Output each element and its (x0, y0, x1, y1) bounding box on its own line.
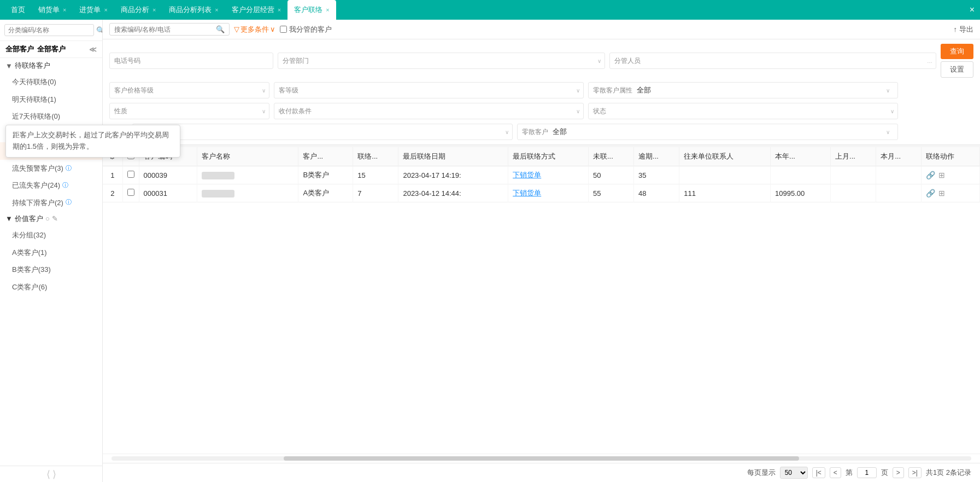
row1-name-blurred (202, 172, 234, 179)
sidebar-item-c-class[interactable]: C类客户(6) (0, 278, 102, 296)
last-page-button[interactable]: >| (908, 467, 922, 478)
manager-filter-cell[interactable]: 分管人员 … (609, 53, 937, 69)
pagination-bar: 每页显示 50 100 200 |< < 第 页 > >| 共1页 2条记录 (103, 463, 980, 482)
table-container: ⚙ 客户编码 客户名称 客户... (103, 147, 980, 454)
manager-chevron-icon: … (927, 58, 932, 64)
nav-item-sales[interactable]: 销货单 × (32, 0, 73, 20)
retail-customer-filter-cell[interactable]: 零散客户 全部 ∨ (517, 124, 898, 140)
row2-link-icon[interactable]: 🔗 (926, 189, 935, 198)
filter-row-1: 电话号码 分管部门 ∨ 分管人员 … 查询 设置 (109, 44, 973, 78)
nav-item-home[interactable]: 首页 (4, 0, 32, 20)
nav-item-customer-contact[interactable]: 客户联络 × (287, 0, 336, 20)
value-customers-edit-icon[interactable]: ○ (45, 214, 50, 223)
customer-type-filter-cell[interactable]: 客户类型 ∨ (132, 124, 513, 140)
retail-attr-filter-cell[interactable]: 零散客户属性 全部 ∨ (588, 82, 898, 98)
value-customers-settings-icon[interactable]: ✎ (52, 214, 58, 223)
total-records-label: 共1页 2条记录 (926, 468, 971, 478)
row1-check[interactable] (127, 171, 134, 178)
page-label: 第 (846, 468, 853, 478)
status-filter-cell[interactable]: 状态 ∨ (588, 103, 898, 119)
next-page-button[interactable]: > (893, 467, 904, 478)
row1-last-month (831, 166, 876, 184)
close-analysis-icon[interactable]: × (152, 0, 156, 20)
col-this-month: 本月... (876, 147, 922, 166)
customer-level-label: 客等级 (279, 86, 298, 95)
sidebar-item-tomorrow[interactable]: 明天待联络(1) (0, 91, 102, 108)
close-analysis-list-icon[interactable]: × (215, 0, 218, 20)
row1-checkbox[interactable] (122, 166, 139, 184)
sidebar-item-b-class[interactable]: B类客户(33) (0, 261, 102, 278)
close-all-tabs-button[interactable]: × (970, 5, 975, 15)
sidebar-item-today[interactable]: 今天待联络(0) (0, 73, 102, 91)
sidebar-item-7days[interactable]: 近7天待联络(0) (0, 108, 102, 125)
sidebar-item-unclassified[interactable]: 未分组(32) (0, 227, 102, 244)
phone-label: 电话号码 (114, 56, 140, 66)
sidebar-waiting-group[interactable]: ▼ 待联络客户 (0, 58, 102, 73)
col-actions: 联络动作 (922, 147, 980, 166)
main-layout: 🔍 全部客户 全部客户 ≪ ▼ 待联络客户 今天待联络(0) 明天待联络(1) … (0, 20, 980, 482)
nav-item-analysis[interactable]: 商品分析 × (114, 0, 162, 20)
all-customers-label: 全部客户 (5, 44, 34, 54)
close-purchase-icon[interactable]: × (104, 0, 107, 20)
close-sales-icon[interactable]: × (63, 0, 66, 20)
nav-item-customer-tier[interactable]: 客户分层经营 × (225, 0, 287, 20)
col-last-contact-date: 最后联络日期 (398, 147, 508, 166)
gender-filter-cell[interactable]: 性质 ∨ (109, 103, 269, 119)
filter-row-2: 客户价格等级 ∨ 客等级 ∨ 零散客户属性 全部 ∨ (109, 82, 973, 98)
export-button[interactable]: ↑ 导出 (954, 25, 974, 34)
dept-filter-cell[interactable]: 分管部门 ∨ (278, 53, 605, 69)
sidebar-item-a-class[interactable]: A类客户(1) (0, 244, 102, 262)
page-input[interactable] (857, 467, 877, 478)
search-input[interactable] (114, 26, 216, 33)
phone-filter-cell[interactable]: 电话号码 (109, 53, 273, 69)
declining-info-icon[interactable]: ⓘ (66, 197, 72, 208)
row1-grid-icon[interactable]: ⊞ (938, 171, 945, 179)
settings-button[interactable]: 设置 (941, 61, 973, 78)
payment-filter-cell[interactable]: 收付款条件 ∨ (274, 103, 584, 119)
dept-label: 分管部门 (283, 56, 309, 66)
sidebar-search-icon[interactable]: 🔍 (96, 26, 103, 34)
query-button[interactable]: 查询 (941, 44, 973, 59)
row2-not-contacted: 55 (588, 184, 633, 202)
lost-warning-info-icon[interactable]: ⓘ (66, 163, 72, 174)
nav-item-analysis-list[interactable]: 商品分析列表 × (162, 0, 225, 20)
sidebar-item-lost-warning[interactable]: 流失预警客户(3) ⓘ (0, 160, 102, 177)
sidebar-content: ▼ 待联络客户 今天待联络(0) 明天待联络(1) 近7天待联络(0) 逾期未联… (0, 58, 102, 466)
sidebar-item-declining[interactable]: 持续下滑客户(2) ⓘ (0, 194, 102, 211)
sidebar-item-already-lost[interactable]: 已流失客户(24) ⓘ (0, 177, 102, 194)
prev-page-button[interactable]: < (830, 467, 841, 478)
row2-grid-icon[interactable]: ⊞ (938, 189, 945, 198)
price-level-label: 客户价格等级 (114, 86, 154, 95)
row1-link-icon[interactable]: 🔗 (926, 171, 935, 179)
table-row: 1 000039 B类客户 (103, 166, 980, 184)
horizontal-scrollbar[interactable] (112, 456, 971, 461)
already-lost-info-icon[interactable]: ⓘ (62, 180, 68, 191)
row2-check[interactable] (127, 189, 134, 196)
nav-item-purchase[interactable]: 进货单 × (73, 0, 114, 20)
scrollbar-thumb[interactable] (284, 456, 800, 461)
sidebar-collapse-icon[interactable]: ≪ (89, 45, 97, 54)
per-page-select[interactable]: 50 100 200 (780, 467, 808, 479)
row2-checkbox[interactable] (122, 184, 139, 202)
status-chevron-icon: ∨ (890, 108, 894, 114)
my-customers-check[interactable] (280, 26, 287, 33)
price-level-filter-cell[interactable]: 客户价格等级 ∨ (109, 82, 269, 98)
col-last-month: 上月... (831, 147, 876, 166)
sidebar-search-input[interactable] (4, 24, 94, 36)
row1-not-contacted: 50 (588, 166, 633, 184)
row2-overdue: 48 (634, 184, 679, 202)
close-customer-contact-icon[interactable]: × (326, 0, 329, 20)
row2-last-date: 2023-04-12 14:44: (398, 184, 508, 202)
search-icon[interactable]: 🔍 (216, 25, 225, 33)
my-customers-checkbox[interactable]: 我分管的客户 (280, 25, 332, 34)
table-header-row: ⚙ 客户编码 客户名称 客户... (103, 147, 980, 166)
first-page-button[interactable]: |< (812, 467, 825, 478)
row2-code: 000031 (139, 184, 197, 202)
row1-code: 000039 (139, 166, 197, 184)
sidebar-all-customers[interactable]: 全部客户 全部客户 ≪ (0, 41, 102, 58)
row2-actions: 🔗 ⊞ (922, 184, 980, 202)
retail-attr-label: 零散客户属性 (593, 86, 632, 95)
close-customer-tier-icon[interactable]: × (278, 0, 281, 20)
customer-level-filter-cell[interactable]: 客等级 ∨ (274, 82, 584, 98)
more-conditions-button[interactable]: ▽ 更多条件 ∨ (234, 25, 275, 34)
